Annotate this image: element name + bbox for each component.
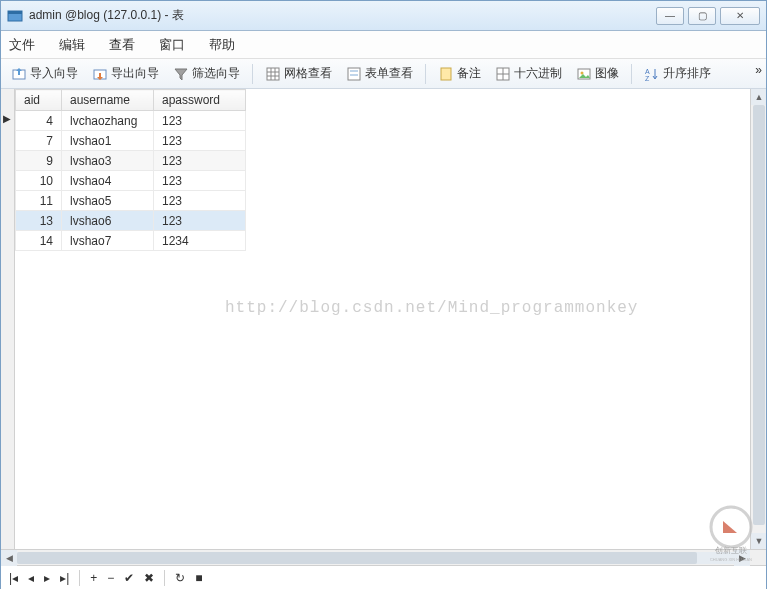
vscroll-thumb[interactable] <box>753 105 765 525</box>
column-header-apassword[interactable]: apassword <box>154 90 246 111</box>
menu-file[interactable]: 文件 <box>9 36 35 54</box>
image-button[interactable]: 图像 <box>572 65 623 82</box>
cell-ausername[interactable]: lvshao3 <box>62 151 154 171</box>
horizontal-scrollbar[interactable]: ◀ ▶ <box>1 549 766 565</box>
table-row[interactable]: 4 lvchaozhang 123 <box>16 111 246 131</box>
grid-view-button[interactable]: 网格查看 <box>261 65 336 82</box>
cell-apassword[interactable]: 123 <box>154 191 246 211</box>
vertical-scrollbar[interactable]: ▲ ▼ <box>750 89 766 549</box>
menu-help[interactable]: 帮助 <box>209 36 235 54</box>
nav-delete-button[interactable]: − <box>105 571 116 585</box>
data-grid[interactable]: aid ausername apassword 4 lvchaozhang 12… <box>15 89 246 251</box>
nav-first-button[interactable]: |◂ <box>7 571 20 585</box>
filter-label: 筛选向导 <box>192 65 240 82</box>
nav-cancel-button[interactable]: ✖ <box>142 571 156 585</box>
nav-stop-button[interactable]: ■ <box>193 571 204 585</box>
logo-sub: CHUANG XIN HU LIAN <box>710 557 752 562</box>
form-icon <box>346 66 362 82</box>
window-title: admin @blog (127.0.0.1) - 表 <box>29 7 656 24</box>
table-row[interactable]: 14 lvshao7 1234 <box>16 231 246 251</box>
cell-apassword[interactable]: 1234 <box>154 231 246 251</box>
filter-wizard-button[interactable]: 筛选向导 <box>169 65 244 82</box>
column-header-ausername[interactable]: ausername <box>62 90 154 111</box>
svg-text:Z: Z <box>645 75 650 82</box>
nav-refresh-button[interactable]: ↻ <box>173 571 187 585</box>
hex-button[interactable]: 十六进制 <box>491 65 566 82</box>
hex-label: 十六进制 <box>514 65 562 82</box>
nav-apply-button[interactable]: ✔ <box>122 571 136 585</box>
nav-prev-button[interactable]: ◂ <box>26 571 36 585</box>
memo-label: 备注 <box>457 65 481 82</box>
watermark-text: http://blog.csdn.net/Mind_programmonkey <box>225 299 638 317</box>
grid-view-label: 网格查看 <box>284 65 332 82</box>
toolbar-separator <box>252 64 253 84</box>
cell-aid[interactable]: 9 <box>16 151 62 171</box>
scroll-left-icon[interactable]: ◀ <box>1 550 17 566</box>
titlebar[interactable]: admin @blog (127.0.0.1) - 表 — ▢ ✕ <box>1 1 766 31</box>
scroll-up-icon[interactable]: ▲ <box>751 89 766 105</box>
import-wizard-button[interactable]: 导入向导 <box>7 65 82 82</box>
record-navigator: |◂ ◂ ▸ ▸| + − ✔ ✖ ↻ ■ <box>1 565 766 589</box>
grid-container: aid ausername apassword 4 lvchaozhang 12… <box>15 89 766 549</box>
svg-rect-4 <box>267 68 279 80</box>
cell-ausername[interactable]: lvchaozhang <box>62 111 154 131</box>
svg-rect-11 <box>350 74 358 76</box>
toolbar-overflow[interactable]: » <box>755 63 762 77</box>
cell-apassword[interactable]: 123 <box>154 111 246 131</box>
nav-separator <box>79 570 80 586</box>
minimize-button[interactable]: — <box>656 7 684 25</box>
toolbar: 导入向导 导出向导 筛选向导 网格查看 表单查看 备注 十六进制 <box>1 59 766 89</box>
export-icon <box>92 66 108 82</box>
cell-apassword[interactable]: 123 <box>154 171 246 191</box>
cell-aid[interactable]: 14 <box>16 231 62 251</box>
cell-aid[interactable]: 13 <box>16 211 62 231</box>
row-gutter: ▶ <box>1 89 15 549</box>
svg-text:A: A <box>645 68 650 75</box>
menu-window[interactable]: 窗口 <box>159 36 185 54</box>
corner-logo: 创新互联 CHUANG XIN HU LIAN <box>699 501 763 565</box>
cell-aid[interactable]: 11 <box>16 191 62 211</box>
menu-edit[interactable]: 编辑 <box>59 36 85 54</box>
sort-asc-button[interactable]: AZ 升序排序 <box>640 65 715 82</box>
column-header-aid[interactable]: aid <box>16 90 62 111</box>
sort-asc-icon: AZ <box>644 66 660 82</box>
cell-ausername[interactable]: lvshao1 <box>62 131 154 151</box>
table-row[interactable]: 9 lvshao3 123 <box>16 151 246 171</box>
form-view-button[interactable]: 表单查看 <box>342 65 417 82</box>
cell-apassword[interactable]: 123 <box>154 131 246 151</box>
memo-button[interactable]: 备注 <box>434 65 485 82</box>
svg-rect-1 <box>8 11 22 14</box>
filter-icon <box>173 66 189 82</box>
header-row: aid ausername apassword <box>16 90 246 111</box>
export-label: 导出向导 <box>111 65 159 82</box>
cell-aid[interactable]: 4 <box>16 111 62 131</box>
table-row[interactable]: 10 lvshao4 123 <box>16 171 246 191</box>
cell-apassword[interactable]: 123 <box>154 211 246 231</box>
image-icon <box>576 66 592 82</box>
table-row[interactable]: 11 lvshao5 123 <box>16 191 246 211</box>
cell-aid[interactable]: 10 <box>16 171 62 191</box>
hscroll-thumb[interactable] <box>17 552 697 564</box>
cell-ausername[interactable]: lvshao7 <box>62 231 154 251</box>
app-icon <box>7 8 23 24</box>
cell-ausername[interactable]: lvshao5 <box>62 191 154 211</box>
export-wizard-button[interactable]: 导出向导 <box>88 65 163 82</box>
cell-ausername[interactable]: lvshao6 <box>62 211 154 231</box>
nav-last-button[interactable]: ▸| <box>58 571 71 585</box>
svg-rect-10 <box>350 70 358 72</box>
table-row[interactable]: 7 lvshao1 123 <box>16 131 246 151</box>
image-label: 图像 <box>595 65 619 82</box>
nav-add-button[interactable]: + <box>88 571 99 585</box>
cell-ausername[interactable]: lvshao4 <box>62 171 154 191</box>
svg-point-20 <box>711 507 751 547</box>
sort-label: 升序排序 <box>663 65 711 82</box>
menu-view[interactable]: 查看 <box>109 36 135 54</box>
close-button[interactable]: ✕ <box>720 7 760 25</box>
cell-apassword[interactable]: 123 <box>154 151 246 171</box>
cell-aid[interactable]: 7 <box>16 131 62 151</box>
maximize-button[interactable]: ▢ <box>688 7 716 25</box>
logo-brand: 创新互联 <box>715 546 747 555</box>
form-view-label: 表单查看 <box>365 65 413 82</box>
nav-next-button[interactable]: ▸ <box>42 571 52 585</box>
table-row[interactable]: 13 lvshao6 123 <box>16 211 246 231</box>
